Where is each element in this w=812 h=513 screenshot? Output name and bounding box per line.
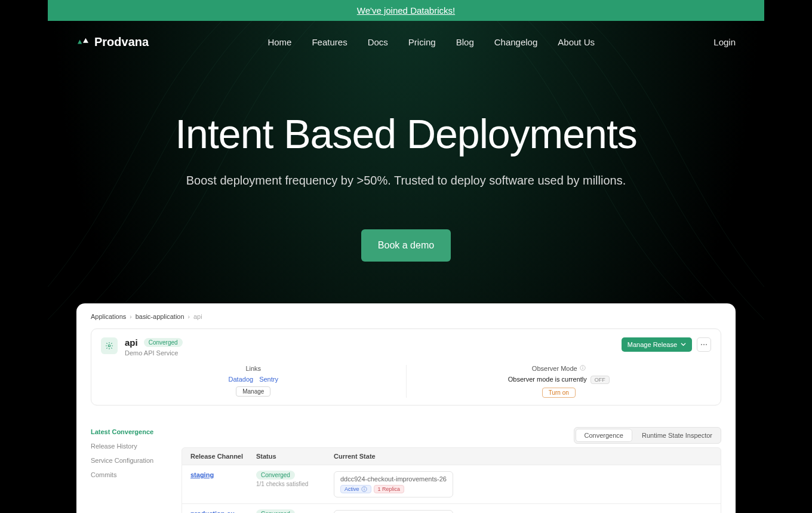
login-link[interactable]: Login — [713, 37, 736, 47]
nav-item-pricing[interactable]: Pricing — [408, 37, 436, 47]
brand-mark-icon — [76, 36, 90, 47]
service-description: Demo API Service — [125, 349, 614, 357]
hero-title: Intent Based Deployments — [72, 110, 740, 157]
svg-rect-2 — [582, 367, 583, 369]
chevron-down-icon — [681, 341, 686, 348]
info-icon — [361, 486, 367, 492]
observer-column: Observer Mode Observer mode is currently… — [406, 365, 712, 398]
manage-release-label: Manage Release — [628, 341, 677, 348]
announcement-bar: We've joined Databricks! — [48, 0, 764, 21]
table-header: Release Channel Status Current State — [182, 447, 721, 465]
top-nav: Prodvana Home Features Docs Pricing Blog… — [48, 21, 764, 63]
toggle-convergence[interactable]: Convergence — [576, 429, 632, 442]
observer-text: Observer mode is currently — [508, 376, 587, 384]
side-tabs: Latest Convergence Release History Servi… — [91, 427, 170, 513]
nav-item-blog[interactable]: Blog — [456, 37, 474, 47]
svg-point-0 — [108, 345, 110, 347]
breadcrumb: Applications › basic-application › api — [91, 313, 721, 320]
state-box: ddcc924-checkout-improvements-26 Active … — [334, 471, 453, 497]
dashboard-preview: Applications › basic-application › api a… — [76, 303, 736, 513]
info-icon[interactable] — [580, 365, 586, 372]
breadcrumb-app[interactable]: basic-application — [136, 313, 184, 320]
tab-service-config[interactable]: Service Configuration — [91, 457, 170, 464]
nav-links: Home Features Docs Pricing Blog Changelo… — [149, 37, 713, 47]
th-status: Status — [256, 453, 334, 460]
more-menu-button[interactable]: ⋯ — [697, 337, 711, 352]
tab-commits[interactable]: Commits — [91, 471, 170, 478]
observer-state: OFF — [590, 376, 610, 384]
active-chip: Active — [340, 485, 371, 493]
link-datadog[interactable]: Datadog — [229, 376, 254, 383]
checks-text: 1/1 checks satisfied — [256, 481, 334, 487]
svg-rect-5 — [364, 489, 364, 490]
observer-title: Observer Mode — [532, 365, 577, 372]
status-badge: Converged — [256, 509, 295, 513]
table-row: staging Converged 1/1 checks satisfied d… — [182, 465, 721, 504]
status-badge: Converged — [144, 338, 183, 347]
hero-subtitle: Boost deployment frequency by >50%. Trus… — [72, 174, 740, 188]
nav-item-changelog[interactable]: Changelog — [494, 37, 538, 47]
nav-item-about[interactable]: About Us — [558, 37, 595, 47]
state-box: ddcc924-checkout-improvements-26 Active … — [334, 510, 453, 513]
release-table: Release Channel Status Current State sta… — [182, 447, 721, 513]
service-name: api — [125, 337, 138, 348]
manage-links-button[interactable]: Manage — [236, 386, 270, 397]
book-demo-button[interactable]: Book a demo — [361, 229, 451, 262]
channel-link-production-eu[interactable]: production-eu — [190, 510, 235, 513]
th-channel: Release Channel — [190, 453, 256, 460]
brand-logo[interactable]: Prodvana — [76, 35, 149, 49]
toggle-runtime-inspector[interactable]: Runtime State Inspector — [633, 428, 721, 443]
nav-item-features[interactable]: Features — [312, 37, 347, 47]
tab-latest-convergence[interactable]: Latest Convergence — [91, 428, 170, 435]
nav-item-docs[interactable]: Docs — [368, 37, 388, 47]
channel-link-staging[interactable]: staging — [190, 471, 214, 478]
service-gear-icon — [101, 337, 118, 354]
status-badge: Converged — [256, 471, 295, 480]
service-card: api Converged Demo API Service Manage Re… — [91, 328, 721, 406]
links-title: Links — [245, 365, 261, 372]
tab-release-history[interactable]: Release History — [91, 443, 170, 450]
svg-point-6 — [364, 487, 364, 488]
hero-section: Prodvana Home Features Docs Pricing Blog… — [48, 21, 764, 513]
ellipsis-icon: ⋯ — [700, 340, 708, 349]
hero-content: Intent Based Deployments Boost deploymen… — [48, 63, 764, 285]
link-sentry[interactable]: Sentry — [259, 376, 278, 383]
table-row: production-eu Converged 1/1 checks satis… — [182, 504, 721, 513]
chevron-right-icon: › — [188, 314, 190, 320]
announcement-link[interactable]: We've joined Databricks! — [357, 5, 455, 16]
th-state: Current State — [334, 453, 712, 460]
manage-release-button[interactable]: Manage Release — [622, 337, 692, 352]
breadcrumb-applications[interactable]: Applications — [91, 313, 126, 320]
links-column: Links Datadog Sentry Manage — [101, 365, 406, 398]
view-toggle: Convergence Runtime State Inspector — [182, 427, 721, 444]
replica-chip: 1 Replica — [374, 485, 405, 493]
chevron-right-icon: › — [130, 314, 131, 320]
nav-item-home[interactable]: Home — [267, 37, 291, 47]
svg-point-3 — [582, 366, 583, 367]
brand-name: Prodvana — [94, 35, 149, 49]
commit-label: ddcc924-checkout-improvements-26 — [340, 475, 447, 483]
observer-turn-on-button[interactable]: Turn on — [542, 388, 576, 398]
breadcrumb-current: api — [193, 313, 202, 320]
